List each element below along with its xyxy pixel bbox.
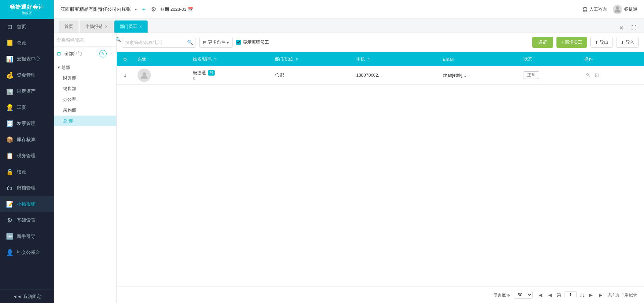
sidebar-item-label: 归档管理 xyxy=(17,185,36,191)
funds-icon: 💰 xyxy=(6,72,13,79)
filter-btn[interactable]: ⊟ 更多条件 ▾ xyxy=(199,37,233,48)
cancel-fixed-btn[interactable]: ◄◄ 取消固定 xyxy=(0,290,54,303)
tax-icon: 📋 xyxy=(6,152,13,160)
tab-expense-label: 小畅报销 xyxy=(85,24,103,30)
inventory-icon: 📦 xyxy=(6,136,13,143)
dept-group-hq: ▾ 总部 xyxy=(54,62,116,73)
sidebar-item-label: 云报表中心 xyxy=(17,56,40,62)
sidebar-item-inventory[interactable]: 📦 库存核算 xyxy=(0,132,54,148)
sidebar-item-social[interactable]: 👤 社会公积金 xyxy=(0,245,54,261)
add-emp-btn[interactable]: + 新增员工 xyxy=(556,37,587,48)
company-settings-icon[interactable]: ⚙ xyxy=(151,6,156,13)
main-area: 江西服宝精品有限责任公司内账张 ▾ ＋ ⚙ 账期 2023-03 📅 🎧 人工咨… xyxy=(54,0,644,303)
tab-expense-close-icon[interactable]: ✕ xyxy=(105,25,108,29)
per-page-select[interactable]: 50 100 200 xyxy=(514,291,533,299)
company-dropdown-icon[interactable]: ▾ xyxy=(135,7,137,12)
tab-department-close-icon[interactable]: ✕ xyxy=(139,25,142,29)
col-dept-header[interactable]: 部门/职位 ⇅ xyxy=(271,52,352,66)
emp-name-wrap: 畅捷通 部 xyxy=(193,70,266,76)
sidebar-item-label: 工资 xyxy=(17,104,26,111)
sidebar-item-salary[interactable]: 👷 工资 xyxy=(0,99,54,116)
tabs-bar: 首页 小畅报销 ✕ 部门员工 ✕ ✕ ⛶ xyxy=(54,19,644,33)
home-icon: ⊞ xyxy=(6,23,13,31)
emp-search-icon[interactable]: 🔍 xyxy=(187,40,193,45)
page-input[interactable] xyxy=(565,291,577,298)
sidebar-scroll: ⊞ 首页 📒 总账 📊 云报表中心 💰 资金管理 🏢 固定资产 👷 工资 🧾 发… xyxy=(0,19,54,290)
all-dept-label[interactable]: 全部部门 xyxy=(64,51,97,57)
sidebar-item-tax[interactable]: 📋 税务管理 xyxy=(0,148,54,164)
sidebar-item-assets[interactable]: 🏢 固定资产 xyxy=(0,83,54,99)
delete-emp-btn[interactable]: ⊡ xyxy=(593,72,601,78)
sidebar-item-settings[interactable]: ⚙ 基础设置 xyxy=(0,212,54,228)
emp-avatar-cell xyxy=(133,66,189,84)
dept-panel: 🔍 ⊞ 全部部门 ✎ 《 ▾ 总部 财务部 销售部 办公室 采购部 总 部 xyxy=(54,33,117,303)
dept-collapse-icon[interactable]: 《 xyxy=(109,51,113,57)
sidebar-item-expense[interactable]: 📝 小畅报销 xyxy=(0,196,54,212)
page-content: 🔍 ⊞ 全部部门 ✎ 《 ▾ 总部 财务部 销售部 办公室 采购部 总 部 xyxy=(54,33,644,303)
user-menu[interactable]: 畅捷通 xyxy=(613,5,637,14)
sidebar-item-archive[interactable]: 🗂 归档管理 xyxy=(0,180,54,196)
tab-close-btn[interactable]: ✕ xyxy=(616,23,626,33)
tab-expense[interactable]: 小畅报销 ✕ xyxy=(80,20,113,33)
invite-btn[interactable]: 邀请 xyxy=(532,37,553,48)
import-icon: ⬇ xyxy=(621,40,624,45)
emp-email: chanjethkj... xyxy=(443,73,466,78)
import-label: 导入 xyxy=(626,39,634,45)
import-btn[interactable]: ⬇ 导入 xyxy=(616,37,639,48)
dept-node-sales[interactable]: 销售部 xyxy=(54,83,116,94)
edit-emp-btn[interactable]: ✎ xyxy=(584,72,592,78)
last-page-btn[interactable]: ▶| xyxy=(597,292,605,298)
period-value: 2023-03 xyxy=(170,7,186,12)
dept-node-office[interactable]: 办公室 xyxy=(54,94,116,105)
sidebar-item-label: 首页 xyxy=(17,24,26,30)
col-settings[interactable]: ⚙ xyxy=(117,52,133,66)
sidebar-item-ledger[interactable]: 📒 总账 xyxy=(0,35,54,51)
sidebar-item-label: 税务管理 xyxy=(17,153,36,159)
show-resigned-checkbox[interactable] xyxy=(236,40,241,45)
col-email-header: Email xyxy=(439,52,520,66)
export-btn[interactable]: ⬆ 导出 xyxy=(590,37,613,48)
sidebar-item-label: 库存核算 xyxy=(17,137,36,143)
sidebar-item-funds[interactable]: 💰 资金管理 xyxy=(0,67,54,83)
svg-point-0 xyxy=(616,6,619,9)
dept-search-input[interactable] xyxy=(57,37,113,42)
per-page-label: 每页显示 xyxy=(493,292,511,298)
tab-department[interactable]: 部门员工 ✕ xyxy=(114,20,148,33)
tab-maximize-btn[interactable]: ⛶ xyxy=(629,23,639,33)
sidebar-item-invoice[interactable]: 🧾 发票管理 xyxy=(0,116,54,132)
topbar: 江西服宝精品有限责任公司内账张 ▾ ＋ ⚙ 账期 2023-03 📅 🎧 人工咨… xyxy=(54,0,644,19)
col-status-header: 状态 xyxy=(520,52,580,66)
invoice-icon: 🧾 xyxy=(6,120,13,127)
add-company-icon[interactable]: ＋ xyxy=(141,5,147,13)
support-btn[interactable]: 🎧 人工咨询 xyxy=(582,6,607,12)
sidebar-item-label: 社会公积金 xyxy=(17,250,40,256)
sidebar-item-close[interactable]: 🔒 结账 xyxy=(0,164,54,180)
first-page-btn[interactable]: |◀ xyxy=(536,292,544,298)
dept-tree-header: ⊞ 全部部门 ✎ 《 xyxy=(54,47,116,61)
sidebar-item-guide[interactable]: 🆕 新手引导 xyxy=(0,228,54,245)
emp-phone-cell: 138070602... xyxy=(352,66,439,84)
sidebar-item-label: 总账 xyxy=(17,40,26,46)
emp-search-input[interactable] xyxy=(125,40,185,45)
emp-toolbar: 🔍 ⊟ 更多条件 ▾ 显示离职员工 邀请 + 新增员工 xyxy=(117,33,644,52)
svg-point-1 xyxy=(143,72,146,76)
col-name-header[interactable]: 姓名/编码 ⇅ xyxy=(189,52,270,66)
sidebar-item-label: 资金管理 xyxy=(17,72,36,78)
archive-icon: 🗂 xyxy=(6,185,13,192)
dept-node-finance[interactable]: 财务部 xyxy=(54,73,116,83)
ledger-icon: 📒 xyxy=(6,39,13,47)
tab-home[interactable]: 首页 xyxy=(59,20,78,33)
next-page-btn[interactable]: ▶ xyxy=(588,292,594,298)
tabs-right-actions: ✕ ⛶ xyxy=(616,23,639,33)
dept-node-general[interactable]: 总 部 xyxy=(54,116,116,126)
assets-icon: 🏢 xyxy=(6,88,13,95)
sidebar-item-reports[interactable]: 📊 云报表中心 xyxy=(0,51,54,67)
dept-node-purchase[interactable]: 采购部 xyxy=(54,105,116,116)
col-phone-header[interactable]: 手机 ⇅ xyxy=(352,52,439,66)
calendar-icon[interactable]: 📅 xyxy=(188,7,193,12)
dept-edit-icon[interactable]: ✎ xyxy=(99,50,107,57)
emp-table: ⚙ 头像 姓名/编码 ⇅ 部门/职位 ⇅ 手机 xyxy=(117,52,644,85)
sidebar-item-home[interactable]: ⊞ 首页 xyxy=(0,19,54,35)
app-sub: 旗舰版 xyxy=(22,11,32,15)
prev-page-btn[interactable]: ◀ xyxy=(547,292,553,298)
